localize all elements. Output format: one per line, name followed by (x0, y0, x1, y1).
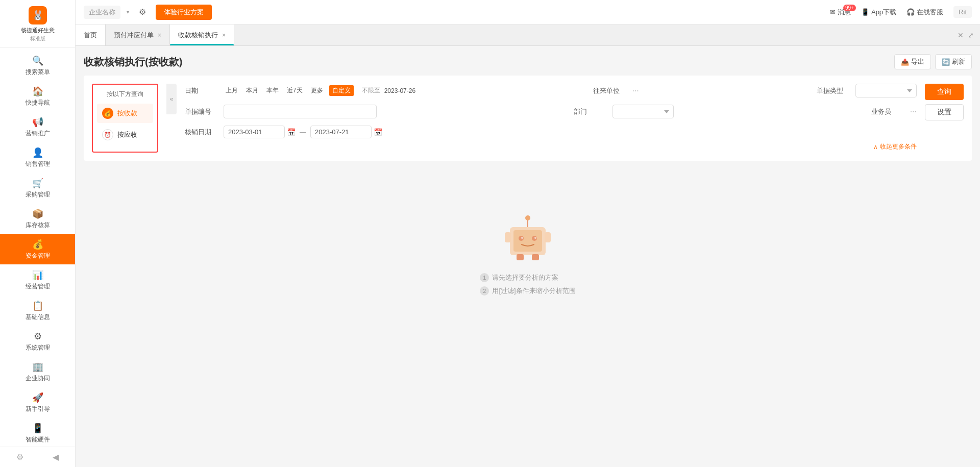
refresh-icon: 🔄 (942, 58, 950, 66)
refresh-btn[interactable]: 🔄 刷新 (935, 54, 972, 69)
tab-prepay-label: 预付冲应付单 (114, 31, 154, 40)
tab-home-label: 首页 (84, 31, 97, 40)
clipboard-icon: 📋 (32, 300, 43, 311)
calendar-start-icon[interactable]: 📅 (287, 128, 296, 136)
doc-type-label: 单据类型 (817, 86, 847, 95)
filter-nav-receivable-label: 按应收 (117, 130, 137, 139)
date-this-month[interactable]: 本月 (244, 85, 260, 96)
tab-expand-btn[interactable]: ⤢ (968, 31, 974, 39)
filter-nav-receipt-label: 按收款 (117, 109, 137, 118)
tab-receipt[interactable]: 收款核销执行 × (170, 24, 234, 45)
receivable-nav-icon: ⏰ (102, 129, 113, 140)
sidebar-item-hardware[interactable]: 📱 智能硬件 (0, 417, 75, 447)
verify-date-range: 📅 — 📅 (224, 126, 382, 138)
filter-nav-collapse-btn[interactable]: « (166, 84, 177, 114)
sidebar-item-sales[interactable]: 👤 销售管理 (0, 142, 75, 173)
tab-home[interactable]: 首页 (76, 24, 106, 45)
date-custom[interactable]: 自定义 (329, 85, 354, 96)
filter-nav-by-receivable[interactable]: ⏰ 按应收 (97, 125, 153, 144)
company-name: 企业名称 (84, 6, 120, 19)
step1-num: 1 (480, 273, 489, 282)
sidebar-item-operations[interactable]: 📊 经营管理 (0, 264, 75, 295)
filter-nav-by-receipt[interactable]: 💰 按收款 (97, 104, 153, 123)
building-icon: 🏢 (32, 361, 43, 373)
user-area: Rit (953, 6, 972, 18)
export-btn[interactable]: 📤 导出 (894, 54, 931, 69)
header-right: ✉ 消息 99+ 📱 App下载 🎧 在线客服 Rit (830, 6, 972, 18)
svg-point-9 (525, 215, 530, 220)
sidebar-logo: 🐰 畅捷通好生意 标准版 (0, 0, 75, 48)
sidebar-item-label: 营销推广 (26, 129, 50, 138)
app-icon: 📱 (861, 8, 869, 16)
filter-nav-title: 按以下方查询 (97, 90, 153, 99)
partner-more-btn[interactable]: ··· (632, 86, 639, 95)
filter-nav: 按以下方查询 💰 按收款 ⏰ 按应收 (92, 84, 158, 153)
sidebar-item-label: 资金管理 (26, 252, 50, 260)
money-icon: 💰 (32, 239, 43, 250)
app-download-btn[interactable]: 📱 App下载 (861, 8, 896, 17)
service-btn[interactable]: 🎧 在线客服 (906, 8, 943, 17)
sidebar-item-label: 系统管理 (26, 343, 50, 352)
date-this-year[interactable]: 本年 (264, 85, 281, 96)
export-label: 导出 (911, 57, 924, 66)
tab-prepay[interactable]: 预付冲应付单 × (106, 24, 170, 45)
tab-prepay-close[interactable]: × (158, 32, 161, 38)
svg-point-4 (521, 237, 523, 239)
export-icon: 📤 (901, 58, 909, 66)
svg-rect-7 (545, 232, 551, 242)
logo-badge: 标准版 (30, 35, 45, 42)
sidebar-nav: 🔍 搜索菜单 🏠 快捷导航 📢 营销推广 👤 销售管理 🛒 采购管理 📦 库存核… (0, 48, 75, 447)
doc-type-select[interactable] (855, 84, 917, 97)
rocket-icon: 🚀 (32, 392, 43, 403)
date-7days[interactable]: 近7天 (285, 85, 305, 96)
empty-illustration (497, 202, 558, 263)
date-last-month[interactable]: 上月 (224, 85, 240, 96)
verify-date-start-input[interactable] (224, 126, 285, 138)
doc-no-input[interactable] (224, 105, 377, 118)
dropdown-arrow-icon[interactable]: ▾ (127, 9, 129, 15)
sidebar-item-label: 基础信息 (26, 313, 50, 322)
empty-state: 1 请先选择要分析的方案 2 用[过滤]条件来缩小分析范围 (84, 161, 972, 316)
page-title: 收款核销执行(按收款) (84, 55, 182, 69)
verify-date-end-input[interactable] (310, 126, 372, 138)
top-header: 企业名称 ▾ ⚙ 体验行业方案 ✉ 消息 99+ 📱 App下载 🎧 在线客服 … (76, 0, 980, 24)
sidebar-collapse-btn[interactable]: ◀ (53, 452, 59, 462)
sidebar-item-purchase[interactable]: 🛒 采购管理 (0, 173, 75, 203)
filter-actions: 查询 设置 (925, 84, 964, 153)
settings-form-btn[interactable]: 设置 (925, 104, 964, 120)
sidebar-item-shortcut[interactable]: 🏠 快捷导航 (0, 81, 75, 111)
query-btn[interactable]: 查询 (925, 84, 964, 100)
tab-receipt-close[interactable]: × (222, 32, 226, 38)
dept-select[interactable] (612, 105, 674, 118)
chevron-up-icon: ∧ (873, 143, 878, 151)
sidebar-item-inventory[interactable]: 📦 库存核算 (0, 203, 75, 234)
sidebar-item-finance[interactable]: 💰 资金管理 (0, 234, 75, 264)
staff-more-btn[interactable]: ··· (910, 107, 917, 116)
sidebar-item-guide[interactable]: 🚀 新手引导 (0, 387, 75, 417)
filter-date-row: 日期 上月 本月 本年 近7天 更多 自定义 不限至 2023-07-26 (185, 84, 917, 97)
filter-verify-date-row: 核销日期 📅 — 📅 (185, 126, 917, 138)
sidebar-item-marketing[interactable]: 📢 营销推广 (0, 111, 75, 142)
sidebar-item-basic[interactable]: 📋 基础信息 (0, 295, 75, 326)
page-actions: 📤 导出 🔄 刷新 (894, 54, 972, 69)
sidebar-item-enterprise[interactable]: 🏢 企业协同 (0, 356, 75, 387)
date-more[interactable]: 更多 (309, 85, 325, 96)
filter-doc-row: 单据编号 部门 业务员 ··· (185, 105, 917, 118)
svg-rect-6 (505, 232, 511, 242)
calendar-end-icon[interactable]: 📅 (374, 128, 382, 136)
tab-close-all-btn[interactable]: ✕ (958, 31, 964, 39)
collapse-more-btn[interactable]: ∧ 收起更多条件 (185, 142, 917, 151)
partner-label: 往来单位 (593, 86, 624, 95)
collapse-more-label: 收起更多条件 (880, 142, 917, 151)
logo-icon: 🐰 (29, 6, 47, 24)
gear-icon: ⚙ (34, 331, 42, 342)
industry-btn[interactable]: 体验行业方案 (156, 5, 212, 20)
refresh-label: 刷新 (952, 57, 965, 66)
sidebar-item-label: 库存核算 (26, 221, 50, 230)
sidebar-settings-btn[interactable]: ⚙ (16, 452, 23, 462)
sidebar-item-search[interactable]: 🔍 搜索菜单 (0, 50, 75, 81)
message-btn[interactable]: ✉ 消息 99+ (830, 8, 851, 17)
sidebar-item-system[interactable]: ⚙ 系统管理 (0, 326, 75, 356)
header-gear-btn[interactable]: ⚙ (135, 5, 150, 19)
main-area: 企业名称 ▾ ⚙ 体验行业方案 ✉ 消息 99+ 📱 App下载 🎧 在线客服 … (76, 0, 980, 467)
